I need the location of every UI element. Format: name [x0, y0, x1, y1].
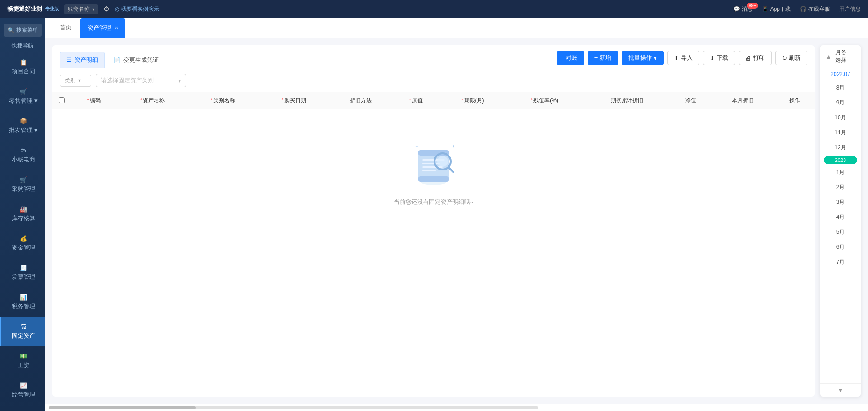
month-7[interactable]: 7月	[820, 255, 861, 269]
sidebar-item-ecommerce[interactable]: 🛍 小畅电商	[0, 141, 45, 170]
month-11[interactable]: 11月	[820, 125, 861, 140]
user-name: 用户信息	[839, 6, 861, 12]
sidebar-item-management[interactable]: 📈 经营管理	[0, 376, 45, 405]
month-12[interactable]: 12月	[820, 140, 861, 155]
month-10[interactable]: 10月	[820, 110, 861, 125]
tab-bar: 首页 资产管理 ×	[45, 18, 868, 38]
year-2023-badge: 2023	[824, 156, 857, 164]
message-icon: 💬	[733, 6, 740, 12]
category-select-arrow: ▾	[178, 77, 181, 84]
sidebar-item-invoice[interactable]: 🧾 发票管理	[0, 258, 45, 288]
batch-operation-button[interactable]: 批量操作 ▾	[622, 51, 664, 65]
col-original-value: *原值	[393, 92, 439, 109]
sidebar-item-general-ledger[interactable]: 📒 总账管理	[0, 405, 45, 411]
settings-icon[interactable]: ⚙	[104, 5, 109, 13]
sidebar-item-wholesale[interactable]: 📦 批发管理 ▾	[0, 111, 45, 141]
demo-text: 我要看实例演示	[121, 5, 159, 13]
user-info[interactable]: 用户信息	[839, 5, 861, 13]
demo-icon: ◎	[115, 6, 119, 12]
empty-state: ✦ ✦ 当前您还没有固定资产明细哦~	[52, 109, 815, 233]
main-layout: 🔍 搜索菜单 快捷导航 📋 项目合同 🛒 零售管理 ▾ 📦 批发管理 ▾ 🛍 小…	[0, 18, 868, 411]
month-8[interactable]: 8月	[820, 80, 861, 95]
sub-tab-bar: ☰ 资产明细 📄 变更生成凭证 对账 + 新增	[52, 45, 815, 69]
home-label: 首页	[60, 24, 71, 32]
month-3[interactable]: 3月	[820, 195, 861, 210]
refresh-icon: ↻	[782, 55, 787, 61]
print-button[interactable]: 🖨 打印	[739, 51, 772, 65]
search-menu-label: 搜索菜单	[16, 26, 38, 34]
tax-icon: 📊	[20, 294, 27, 301]
col-monthly-depreciation: 本月折旧	[711, 92, 774, 109]
horizontal-scrollbar[interactable]	[45, 404, 868, 411]
sidebar-item-capital[interactable]: 💰 资金管理	[0, 229, 45, 258]
download-button[interactable]: ⬇ 下载	[703, 51, 735, 65]
col-purchase-date: *购买日期	[258, 92, 329, 109]
tab-asset-management[interactable]: 资产管理 ×	[80, 18, 125, 38]
top-bar: 畅捷通好业财 专业版 账套名称 ▾ ⚙ ◎ 我要看实例演示 💬 消息 99+ 📱…	[0, 0, 868, 18]
messages-button[interactable]: 💬 消息 99+	[733, 5, 753, 13]
month-panel-title: 月份选择	[834, 49, 848, 64]
refresh-button[interactable]: ↻ 刷新	[775, 51, 807, 65]
project-icon: 📋	[20, 59, 27, 66]
month-2[interactable]: 2月	[820, 180, 861, 195]
headset-icon: 🎧	[800, 6, 807, 12]
sidebar-item-tax[interactable]: 📊 税务管理	[0, 288, 45, 317]
brand-logo: 畅捷通好业财 专业版	[7, 5, 59, 13]
sidebar-item-label: 小畅电商	[12, 156, 35, 164]
month-6[interactable]: 6月	[820, 240, 861, 255]
tab-change-voucher[interactable]: 📄 变更生成凭证	[107, 52, 165, 68]
sidebar-item-fixed-asset[interactable]: 🏗 固定资产	[0, 317, 45, 346]
import-icon: ⬆	[674, 55, 679, 61]
sidebar-item-quick-nav[interactable]: 快捷导航	[0, 39, 45, 52]
month-list-2022: 8月 9月 10月 11月 12月 2023 1月 2月 3月 4月 5月 6月…	[820, 80, 861, 383]
col-operation: 操作	[775, 92, 815, 109]
month-4[interactable]: 4月	[820, 210, 861, 225]
close-tab-icon[interactable]: ×	[115, 25, 118, 31]
empty-text: 当前您还没有固定资产明细哦~	[394, 198, 474, 206]
sidebar-item-purchase[interactable]: 🛒 采购管理	[0, 170, 45, 199]
sidebar-item-inventory[interactable]: 🏭 库存核算	[0, 199, 45, 229]
month-5[interactable]: 5月	[820, 225, 861, 240]
sidebar-item-label: 采购管理	[12, 185, 35, 193]
pair-accounts-button[interactable]: 对账	[557, 51, 584, 65]
col-category-name: *类别名称	[188, 92, 258, 109]
import-button[interactable]: ⬆ 导入	[667, 51, 699, 65]
tab-home[interactable]: 首页	[52, 18, 79, 38]
batch-chevron-icon: ▾	[654, 55, 657, 61]
main-panel: ☰ 资产明细 📄 变更生成凭证 对账 + 新增	[52, 45, 815, 397]
month-down-button[interactable]: ▼	[820, 383, 861, 397]
list-icon: ☰	[66, 57, 72, 63]
salary-icon: 💵	[20, 353, 27, 359]
inventory-icon: 🏭	[20, 206, 27, 213]
sidebar-item-retail[interactable]: 🛒 零售管理 ▾	[0, 82, 45, 111]
col-period: *期限(月)	[439, 92, 506, 109]
category-placeholder: 请选择固定资产类别	[101, 76, 154, 85]
month-9[interactable]: 9月	[820, 95, 861, 110]
month-1[interactable]: 1月	[820, 165, 861, 180]
app-download-button[interactable]: 📱 App下载	[762, 5, 791, 13]
download-label: 下载	[717, 54, 728, 62]
month-up-button[interactable]: ▲	[824, 51, 834, 62]
sidebar-item-salary[interactable]: 💵 工资	[0, 346, 45, 376]
demo-link[interactable]: ◎ 我要看实例演示	[115, 5, 159, 13]
tab-asset-detail[interactable]: ☰ 资产明细	[60, 52, 105, 68]
sidebar-item-project[interactable]: 📋 项目合同	[0, 52, 45, 82]
search-menu-button[interactable]: 🔍 搜索菜单	[4, 24, 42, 37]
col-accumulated-depreciation: 期初累计折旧	[583, 92, 671, 109]
category-select[interactable]: 请选择固定资产类别 ▾	[96, 74, 186, 87]
online-service-button[interactable]: 🎧 在线客服	[800, 5, 830, 13]
category-type-selector[interactable]: 类别 ▾	[60, 75, 91, 87]
sidebar-item-label: 经营管理	[12, 391, 35, 399]
svg-rect-6	[422, 166, 443, 168]
online-service-label: 在线客服	[808, 5, 830, 13]
year-2022[interactable]: 2022.07	[820, 68, 861, 80]
col-asset-name: *资产名称	[117, 92, 188, 109]
select-all-checkbox[interactable]	[52, 92, 71, 109]
col-code: *编码	[71, 92, 117, 109]
ecommerce-icon: 🛍	[20, 147, 26, 154]
account-selector[interactable]: 账套名称 ▾	[64, 4, 98, 14]
chevron-down-icon: ▾	[92, 7, 94, 12]
selector-text: 账套名称	[68, 5, 90, 13]
add-button[interactable]: + 新增	[588, 51, 618, 65]
checkbox-all[interactable]	[59, 97, 65, 103]
